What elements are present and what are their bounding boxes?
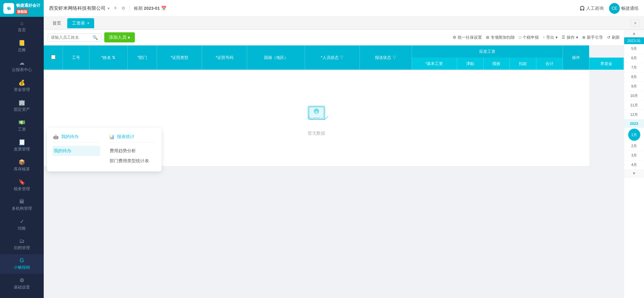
table-header-row: 工号 *姓名 ⇅ *部门 *证照类型 *证照号码 国籍（地区） *人员状态 ▽ … bbox=[44, 45, 624, 58]
sidebar-item-fixed-assets-label: 固定资产 bbox=[14, 107, 30, 112]
sidebar-item-cloud-report[interactable]: ☁ 云报表中心 bbox=[0, 56, 44, 76]
month-next-btn[interactable]: ▼ bbox=[624, 170, 644, 177]
guide-btn[interactable]: ⊕ 新手引导 bbox=[582, 35, 603, 40]
sidebar-item-xiaochang-label: 小畅报销 bbox=[14, 265, 30, 270]
tab-salary-table[interactable]: 工资表 × bbox=[67, 18, 94, 28]
tab-close-icon[interactable]: × bbox=[87, 21, 89, 26]
user-menu[interactable]: CE 畅捷通组 bbox=[609, 3, 639, 14]
logo-main-text: 畅捷通好会计 bbox=[16, 3, 40, 8]
search-box: 🔍 bbox=[48, 33, 102, 42]
sidebar-item-home[interactable]: ⌂ 首页 bbox=[0, 17, 44, 36]
th-dept: *部门 bbox=[127, 45, 157, 70]
tab-salary-label: 工资表 bbox=[72, 20, 85, 26]
sidebar-item-ledger[interactable]: 📒 总账 bbox=[0, 36, 44, 56]
sidebar-item-fixed-assets[interactable]: 🏢 固定资产 bbox=[0, 96, 44, 116]
sidebar-item-home-label: 首页 bbox=[18, 27, 26, 33]
month-1[interactable]: 1月 bbox=[628, 129, 640, 141]
headset-icon: 🎧 bbox=[579, 6, 585, 11]
todo-icon: 🤖 bbox=[52, 133, 59, 140]
special-deduct-btn[interactable]: ⊞ 专项附加扣除 bbox=[486, 35, 515, 40]
th-performance: 绩效 bbox=[483, 58, 510, 70]
home-icon: ⌂ bbox=[20, 20, 24, 26]
period-selector[interactable]: 账期 2023-01 📅 bbox=[134, 5, 167, 11]
export-btn[interactable]: ↑ 导出 ▾ bbox=[543, 35, 558, 40]
report-title: 报表统计 bbox=[117, 134, 135, 140]
settings-icon: ⚙ bbox=[20, 277, 24, 284]
year-2023: 2023 bbox=[624, 120, 644, 128]
sidebar-item-fund[interactable]: 💰 资金管理 bbox=[0, 76, 44, 96]
topbar-divider bbox=[129, 5, 130, 12]
table-container: 工号 *姓名 ⇅ *部门 *证照类型 *证照号码 国籍（地区） *人员状态 ▽ … bbox=[44, 45, 624, 298]
sidebar-item-tax[interactable]: 🔖 税务管理 bbox=[0, 175, 44, 195]
sidebar-item-multi-org[interactable]: 🏛 多机构管理 bbox=[0, 195, 44, 215]
sidebar-item-checkout-label: 结账 bbox=[18, 226, 26, 231]
month-5[interactable]: 5月 bbox=[624, 44, 644, 54]
export-icon: ↑ bbox=[543, 35, 545, 40]
th-report-status: 报送状态 ▽ bbox=[360, 45, 412, 70]
month-2[interactable]: 2月 bbox=[624, 141, 644, 151]
close-all-button[interactable]: ✕ bbox=[631, 20, 640, 27]
toolbar: 🔍 添加人员 ▾ ⚙ 统一社保设置 ⊞ 专项附加扣除 bbox=[44, 30, 624, 45]
special-deduct-label: 专项附加扣除 bbox=[491, 35, 515, 40]
salary-icon: 💵 bbox=[18, 119, 25, 126]
sidebar-item-salary[interactable]: 💵 工资 bbox=[0, 116, 44, 136]
add-btn-arrow-icon: ▾ bbox=[128, 35, 130, 40]
th-status: *人员状态 ▽ bbox=[305, 45, 360, 70]
month-9[interactable]: 9月 bbox=[624, 82, 644, 91]
sidebar-item-multi-org-label: 多机构管理 bbox=[12, 206, 32, 211]
toolbar-actions: ⚙ 统一社保设置 ⊞ 专项附加扣除 □ 个税申报 ↑ 导出 ▾ bbox=[453, 35, 620, 40]
sidebar-item-invoice[interactable]: 🧾 发票管理 bbox=[0, 136, 44, 156]
refresh-btn[interactable]: ↺ 刷新 bbox=[607, 35, 620, 40]
month-4[interactable]: 4月 bbox=[624, 160, 644, 170]
social-security-btn[interactable]: ⚙ 统一社保设置 bbox=[453, 35, 482, 40]
sidebar-item-archive[interactable]: 🗂 归档管理 bbox=[0, 235, 44, 254]
sidebar-item-basic-settings[interactable]: ⚙ 基础设置 bbox=[0, 274, 44, 294]
refresh-label: 刷新 bbox=[612, 35, 620, 40]
th-name: *姓名 ⇅ bbox=[89, 45, 128, 70]
user-name: 畅捷通组 bbox=[621, 5, 639, 11]
month-10[interactable]: 10月 bbox=[624, 91, 644, 101]
add-person-button[interactable]: 添加人员 ▾ bbox=[104, 32, 135, 42]
add-company-button[interactable]: + bbox=[114, 5, 117, 12]
sidebar-item-inventory-label: 库存核算 bbox=[14, 166, 30, 172]
sidebar-item-cloud-label: 云报表中心 bbox=[12, 67, 32, 73]
month-6[interactable]: 6月 bbox=[624, 54, 644, 63]
month-8[interactable]: 8月 bbox=[624, 72, 644, 82]
select-all-checkbox[interactable] bbox=[51, 55, 55, 59]
month-3[interactable]: 3月 bbox=[624, 151, 644, 160]
dropdown-col-report: 📊 报表统计 费用趋势分析 部门费用类型统计表 bbox=[108, 133, 156, 166]
add-btn-label: 添加人员 bbox=[109, 34, 126, 40]
operate-arrow-icon: ▾ bbox=[576, 35, 578, 40]
sidebar-item-salary-label: 工资 bbox=[18, 127, 26, 132]
company-arrow-icon: ▾ bbox=[108, 6, 110, 11]
th-payroll: 应发工资 bbox=[412, 45, 563, 58]
settings-gear-icon[interactable]: ⚙ bbox=[121, 6, 125, 11]
expense-trend-item[interactable]: 费用趋势分析 bbox=[108, 146, 156, 156]
month-12[interactable]: 12月 bbox=[624, 110, 644, 120]
search-input[interactable] bbox=[51, 35, 91, 40]
tab-home[interactable]: 首页 bbox=[48, 18, 66, 28]
sidebar-item-ledger-label: 总账 bbox=[18, 47, 26, 53]
sidebar-item-xiaochang[interactable]: G 小畅报销 bbox=[0, 254, 44, 274]
company-selector[interactable]: 西安虾米网络科技有限公司 ▾ bbox=[49, 5, 110, 11]
month-prev-btn[interactable]: ▲ bbox=[624, 30, 644, 37]
company-name: 西安虾米网络科技有限公司 bbox=[49, 5, 106, 11]
month-7[interactable]: 7月 bbox=[624, 63, 644, 72]
logo-text-container: 畅捷通好会计 旗舰版 bbox=[16, 3, 40, 14]
month-11[interactable]: 11月 bbox=[624, 101, 644, 110]
sidebar-item-checkout[interactable]: ✓ 结账 bbox=[0, 215, 44, 235]
operate-btn[interactable]: ☰ 操作 ▾ bbox=[562, 35, 578, 40]
sidebar-item-new-guide[interactable]: ▶ 新手引导 bbox=[0, 294, 44, 298]
invoice-icon: 🧾 bbox=[18, 139, 25, 145]
support-button[interactable]: 🎧 人工咨询 bbox=[579, 5, 604, 11]
fund-icon: 💰 bbox=[18, 79, 25, 86]
th-allowance: 津贴 bbox=[457, 58, 483, 70]
app-logo: 畅 畅捷通好会计 旗舰版 bbox=[0, 0, 44, 17]
th-id-type: *证照类型 bbox=[157, 45, 202, 70]
tabbar: 首页 工资表 × ✕ bbox=[44, 17, 644, 30]
sidebar-item-inventory[interactable]: 📦 库存核算 bbox=[0, 156, 44, 175]
my-todo-item[interactable]: 我的待办 bbox=[52, 146, 100, 156]
th-total: 合计 bbox=[536, 58, 563, 70]
tax-report-btn[interactable]: □ 个税申报 bbox=[519, 35, 539, 40]
dept-expense-item[interactable]: 部门费用类型统计表 bbox=[108, 156, 156, 166]
